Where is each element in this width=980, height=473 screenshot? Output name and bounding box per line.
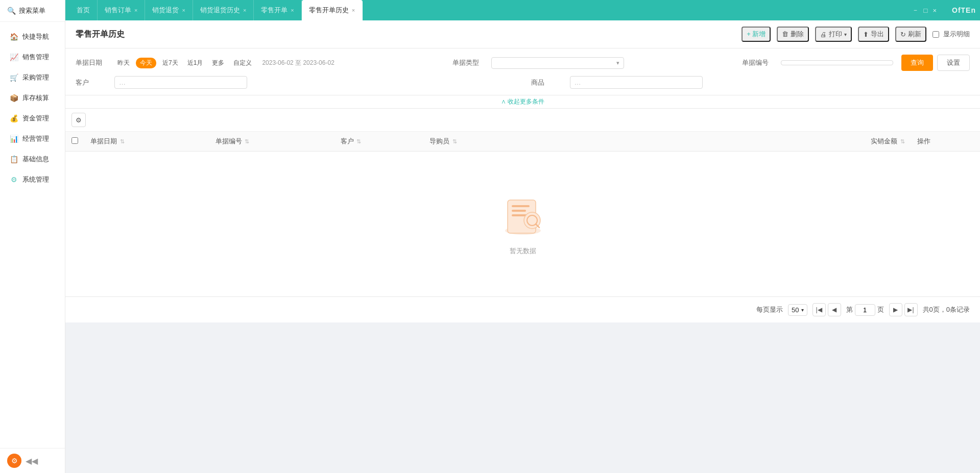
tab-sales-return-close[interactable]: × xyxy=(182,7,185,13)
sidebar-item-basic-info[interactable]: 📋 基础信息 xyxy=(2,150,63,169)
date-btn-7days[interactable]: 近7天 xyxy=(159,58,181,68)
collapse-filter-bar[interactable]: ∧ 收起更多条件 xyxy=(65,95,980,109)
bill-type-dropdown-icon: ▾ xyxy=(616,60,619,66)
sidebar-item-purchase-mgmt[interactable]: 🛒 采购管理 xyxy=(2,68,63,87)
print-label: 打印 xyxy=(829,30,842,39)
tab-retail-open-history-close[interactable]: × xyxy=(352,7,355,13)
bill-type-label: 单据类型 xyxy=(452,58,483,67)
export-button[interactable]: ⬆ 导出 xyxy=(858,27,889,42)
sidebar-item-quick-nav[interactable]: 🏠 快捷导航 xyxy=(2,27,63,46)
col-salesperson-sort-icon: ⇅ xyxy=(452,138,457,144)
brand-label: OfTEn xyxy=(952,6,976,14)
settings-gear-button[interactable]: ⚙ xyxy=(7,454,21,468)
add-button[interactable]: + 新增 xyxy=(742,27,771,42)
bill-no-input[interactable] xyxy=(781,60,893,65)
tab-retail-open-history[interactable]: 零售开单历史 × xyxy=(302,0,363,20)
collapse-icon: ◀◀ xyxy=(26,456,38,466)
prev-page-button[interactable]: ◀ xyxy=(828,303,841,316)
sidebar-collapse-button[interactable]: ◀◀ xyxy=(26,456,38,466)
sidebar-item-label: 销售管理 xyxy=(22,53,49,62)
window-close-button[interactable]: × xyxy=(933,7,937,14)
bill-type-select[interactable]: ▾ xyxy=(491,57,624,69)
filter-actions: 查询 设置 xyxy=(901,55,970,71)
setting-button[interactable]: 设置 xyxy=(937,55,970,71)
page-num-box: 第 页 xyxy=(846,304,884,316)
tab-sales-return-history[interactable]: 销货退货历史 × xyxy=(193,0,254,20)
operations-icon: 📊 xyxy=(9,134,18,143)
sidebar: 🔍 搜索菜单 🏠 快捷导航 📈 销售管理 🛒 采购管理 📦 库存核算 💰 资金管… xyxy=(0,0,65,473)
col-date-label: 单据日期 xyxy=(90,137,117,145)
col-header-customer[interactable]: 客户 ⇅ xyxy=(334,132,424,152)
refresh-icon: ↻ xyxy=(900,31,906,38)
inventory-icon: 📦 xyxy=(9,93,18,103)
sidebar-item-finance[interactable]: 💰 资金管理 xyxy=(2,109,63,128)
query-button[interactable]: 查询 xyxy=(901,55,933,71)
sidebar-item-sales-mgmt[interactable]: 📈 销售管理 xyxy=(2,47,63,67)
search-menu-item[interactable]: 🔍 搜索菜单 xyxy=(0,0,65,22)
show-detail-checkbox[interactable] xyxy=(933,31,939,38)
date-range-display: 2023-06-02 至 2023-06-02 xyxy=(262,59,334,67)
tab-home-label: 首页 xyxy=(77,6,90,15)
tab-retail-open-label: 零售开单 xyxy=(261,6,288,15)
tabs-bar: 首页 销售订单 × 销货退货 × 销货退货历史 × 零售开单 × 零售开单历史 … xyxy=(65,0,980,20)
customer-value: … xyxy=(119,79,243,86)
page-size-select[interactable]: 50 ▾ xyxy=(788,304,807,316)
tab-sales-return[interactable]: 销货退货 × xyxy=(145,0,193,20)
sidebar-item-label: 资金管理 xyxy=(22,114,49,123)
tab-sales-order[interactable]: 销售订单 × xyxy=(98,0,145,20)
checkbox-header[interactable] xyxy=(65,132,84,152)
col-header-no[interactable]: 单据编号 ⇅ xyxy=(209,132,334,152)
tab-retail-open-history-label: 零售开单历史 xyxy=(309,6,349,15)
delete-button[interactable]: 🗑 删除 xyxy=(777,27,809,42)
sidebar-item-operations[interactable]: 📊 经营管理 xyxy=(2,129,63,148)
tab-retail-open-close[interactable]: × xyxy=(291,7,294,13)
customer-input[interactable]: … xyxy=(114,76,247,89)
window-minimize-button[interactable]: － xyxy=(912,6,919,15)
date-btn-1month[interactable]: 近1月 xyxy=(184,58,206,68)
sidebar-item-inventory[interactable]: 📦 库存核算 xyxy=(2,88,63,108)
col-header-salesperson[interactable]: 导购员 ⇅ xyxy=(423,132,531,152)
first-page-button[interactable]: |◀ xyxy=(812,303,826,316)
col-customer-sort-icon: ⇅ xyxy=(356,138,361,144)
last-page-button[interactable]: ▶| xyxy=(904,303,918,316)
sidebar-footer: ⚙ ◀◀ xyxy=(0,448,65,473)
sales-mgmt-icon: 📈 xyxy=(9,53,18,62)
col-header-amount[interactable]: 实销金额 ⇅ xyxy=(786,132,911,152)
date-btn-yesterday[interactable]: 昨天 xyxy=(114,58,133,68)
goods-input[interactable]: … xyxy=(570,76,703,89)
show-detail-toggle[interactable]: 显示明细 xyxy=(933,30,970,39)
col-header-date[interactable]: 单据日期 ⇅ xyxy=(84,132,209,152)
window-maximize-button[interactable]: □ xyxy=(924,7,928,14)
date-btn-custom[interactable]: 自定义 xyxy=(230,58,255,68)
select-all-checkbox[interactable] xyxy=(71,137,78,144)
page-size-label: 每页显示 xyxy=(756,305,783,314)
sidebar-item-sys-mgmt[interactable]: ⚙ 系统管理 xyxy=(2,170,63,189)
page-title: 零售开单历史 xyxy=(76,29,125,40)
column-setting-button[interactable]: ⚙ xyxy=(71,113,86,127)
tab-home[interactable]: 首页 xyxy=(69,0,98,20)
col-no-label: 单据编号 xyxy=(216,137,242,145)
empty-text: 暂无数据 xyxy=(510,246,536,256)
print-arrow-icon: ▾ xyxy=(844,32,847,37)
date-filter-label: 单据日期 xyxy=(76,58,106,67)
empty-state: 暂无数据 xyxy=(65,152,980,296)
col-date-sort-icon: ⇅ xyxy=(120,138,125,144)
table-toolbar: ⚙ xyxy=(65,109,980,132)
tab-sales-order-close[interactable]: × xyxy=(134,7,137,13)
settings-icon: ⚙ xyxy=(76,116,82,124)
refresh-button[interactable]: ↻ 刷新 xyxy=(895,27,926,42)
tab-sales-return-history-close[interactable]: × xyxy=(243,7,246,13)
next-page-button[interactable]: ▶ xyxy=(889,303,902,316)
date-btn-today[interactable]: 今天 xyxy=(136,58,156,68)
tab-retail-open[interactable]: 零售开单 × xyxy=(254,0,301,20)
purchase-mgmt-icon: 🛒 xyxy=(9,73,18,82)
customer-filter-label: 客户 xyxy=(76,78,106,87)
search-menu-label: 搜索菜单 xyxy=(19,6,45,15)
collapse-filter-label: ∧ 收起更多条件 xyxy=(501,98,544,105)
col-action-label: 操作 xyxy=(917,137,930,145)
print-button[interactable]: 🖨 打印 ▾ xyxy=(815,27,852,42)
page-size-value: 50 xyxy=(792,306,799,314)
date-btn-more[interactable]: 更多 xyxy=(209,58,227,68)
page-number-input[interactable] xyxy=(855,304,875,316)
col-amount-sort-icon: ⇅ xyxy=(900,138,905,144)
